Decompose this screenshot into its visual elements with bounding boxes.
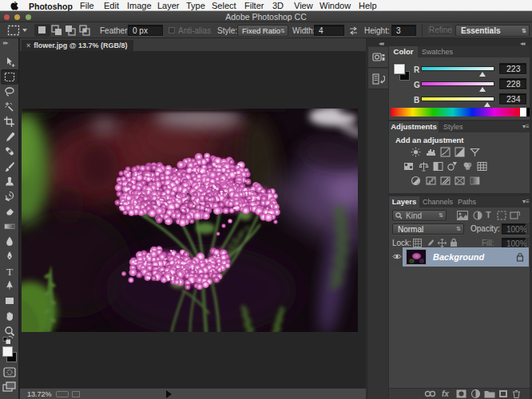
- svg-text:T: T: [6, 266, 14, 277]
